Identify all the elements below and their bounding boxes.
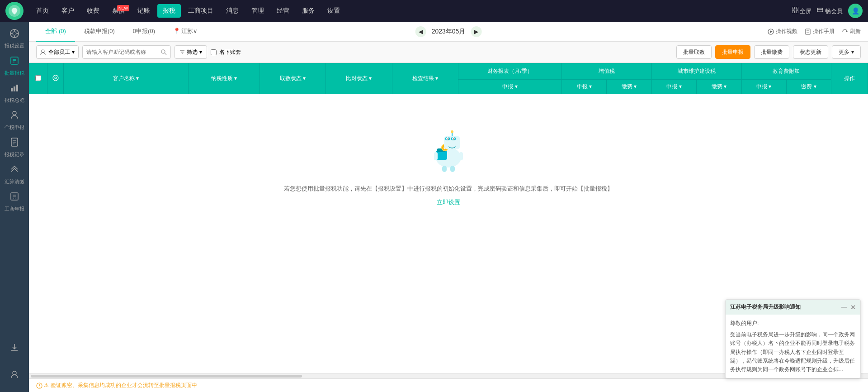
- left-sidebar: 报税设置 批量报税 报税总览: [0, 22, 29, 392]
- sidebar-item-download[interactable]: [0, 334, 29, 361]
- svg-rect-62: [450, 166, 455, 172]
- nav-manage[interactable]: 管理: [246, 4, 269, 18]
- sidebar-item-tax-summary[interactable]: 报税总览: [0, 80, 29, 107]
- nav-accounting[interactable]: 记账: [132, 4, 156, 18]
- th-settings[interactable]: [47, 63, 64, 94]
- empty-state: ¥: [29, 94, 868, 234]
- sidebar-item-annual-report[interactable]: 工商年报: [0, 188, 29, 215]
- account-checkbox[interactable]: [211, 49, 217, 55]
- svg-rect-2: [796, 7, 798, 9]
- sidebar-item-settlement[interactable]: 汇算清缴: [0, 161, 29, 188]
- batch-declare-btn[interactable]: 批量申报: [715, 45, 750, 59]
- annual-report-icon: [9, 191, 19, 204]
- th-checkbox[interactable]: [29, 63, 47, 94]
- svg-rect-19: [16, 85, 18, 91]
- svg-rect-33: [806, 29, 810, 34]
- nav-settings[interactable]: 设置: [322, 4, 345, 18]
- th-vat-pay[interactable]: 缴费 ▾: [607, 80, 651, 94]
- bottom-message: ⚠ 验证账密、采集信息均成功的企业才会流转至批量报税页面中: [44, 382, 197, 389]
- nav-billing[interactable]: 收费: [81, 4, 105, 18]
- nav-customer[interactable]: 客户: [56, 4, 80, 18]
- svg-rect-61: [442, 166, 447, 172]
- th-finance-declare[interactable]: 申报 ▾: [458, 80, 562, 94]
- setup-link[interactable]: 立即设置: [437, 198, 460, 206]
- refresh-btn[interactable]: 刷新: [842, 28, 861, 35]
- notification-text: 受当前电子税务局进一步升级的影响，同一个政务网账号（办税人）名下的企业不能再同时…: [730, 330, 856, 374]
- filter-button[interactable]: 筛选 ▾: [175, 45, 207, 59]
- more-btn[interactable]: 更多 ▾: [832, 45, 861, 59]
- svg-rect-4: [796, 11, 798, 13]
- svg-point-8: [13, 32, 16, 35]
- tax-settings-icon: [9, 29, 19, 41]
- account-checkbox-label[interactable]: 名下账套: [211, 48, 241, 56]
- sidebar-label-tax-record: 报税记录: [5, 151, 24, 158]
- toolbar: 全部员工 ▾ 筛选 ▾ 名下账套 批量取数 批量申报 批量缴费 状态更新 更多 …: [29, 42, 868, 63]
- nav-service[interactable]: 服务: [297, 4, 320, 18]
- sidebar-label-tax-settings: 报税设置: [5, 43, 24, 49]
- sidebar-item-batch-tax[interactable]: 批量报税: [0, 53, 29, 80]
- next-month-btn[interactable]: ▶: [471, 26, 481, 37]
- tabs-bar: 全部(0) 税款申报(0) 0申报(0) 📍江苏 ∨ ◀ 2023年05月 ▶ …: [29, 22, 868, 42]
- vip-btn[interactable]: 畅会员: [817, 7, 843, 15]
- tab-region[interactable]: 📍江苏 ∨: [164, 22, 207, 42]
- search-icon[interactable]: [160, 49, 167, 55]
- nav-tax[interactable]: 报税: [157, 4, 181, 18]
- nav-bizproject[interactable]: 工商项目: [183, 4, 219, 18]
- th-check-result[interactable]: 检查结果 ▾: [392, 63, 458, 94]
- svg-point-43: [55, 77, 57, 79]
- sidebar-item-personal-tax[interactable]: 个税申报: [0, 107, 29, 134]
- operation-manual-btn[interactable]: 操作手册: [805, 28, 835, 35]
- fullscreen-btn[interactable]: 全屏: [792, 7, 812, 15]
- svg-point-55: [448, 139, 449, 140]
- tab-all[interactable]: 全部(0): [36, 22, 75, 42]
- nav-home[interactable]: 首页: [31, 4, 54, 18]
- logo[interactable]: [5, 2, 24, 20]
- th-name[interactable]: 客户名称 ▾: [64, 63, 189, 94]
- profile-icon: [10, 370, 19, 380]
- batch-pay-btn[interactable]: 批量缴费: [754, 45, 789, 59]
- tab-zero-declare[interactable]: 0申报(0): [124, 22, 164, 42]
- sidebar-item-tax-record[interactable]: 报税记录: [0, 134, 29, 161]
- th-city-declare[interactable]: 申报 ▾: [651, 80, 697, 94]
- th-compare-status[interactable]: 比对状态 ▾: [326, 63, 392, 94]
- svg-rect-59: [434, 152, 438, 160]
- th-edu-declare[interactable]: 申报 ▾: [741, 80, 786, 94]
- employee-select[interactable]: 全部员工 ▾: [36, 45, 79, 59]
- svg-point-65: [39, 387, 40, 387]
- svg-rect-26: [11, 193, 18, 200]
- sidebar-item-tax-settings[interactable]: 报税设置: [0, 25, 29, 53]
- nav-items: 首页 客户 收费 票据 NEW 记账 报税 工商项目 消息 管理 经营 服务 设…: [31, 4, 792, 18]
- scroll-thumb[interactable]: [31, 375, 302, 378]
- notification-body: 尊敬的用户: 受当前电子税务局进一步升级的影响，同一个政务网账号（办税人）名下的…: [726, 315, 860, 378]
- bottom-bar: ⚠ 验证账密、采集信息均成功的企业才会流转至批量报税页面中: [29, 378, 868, 392]
- notification-panel: 江苏电子税务局升级影响通知 — ✕ 尊敬的用户: 受当前电子税务局进一步升级的影…: [725, 299, 861, 378]
- svg-rect-17: [11, 88, 13, 91]
- nav-message[interactable]: 消息: [221, 4, 244, 18]
- select-all-checkbox[interactable]: [35, 75, 41, 81]
- status-update-btn[interactable]: 状态更新: [793, 45, 828, 59]
- svg-rect-60: [459, 152, 463, 160]
- nav-invoice[interactable]: 票据 NEW: [107, 4, 130, 18]
- th-city-pay[interactable]: 缴费 ▾: [697, 80, 742, 94]
- operation-video-btn[interactable]: 操作视频: [768, 28, 797, 35]
- th-city-build: 城市维护建设税: [651, 63, 741, 80]
- svg-point-37: [161, 50, 165, 53]
- th-edu-pay[interactable]: 缴费 ▾: [786, 80, 831, 94]
- prev-month-btn[interactable]: ◀: [415, 26, 426, 37]
- notification-minimize[interactable]: —: [841, 304, 847, 311]
- personal-tax-icon: [9, 110, 19, 122]
- th-tax-type[interactable]: 纳税性质 ▾: [188, 63, 259, 94]
- search-input[interactable]: [86, 49, 159, 55]
- notification-close[interactable]: ✕: [850, 304, 856, 311]
- sidebar-item-profile[interactable]: [0, 361, 29, 388]
- th-fetch-status[interactable]: 取数状态 ▾: [259, 63, 326, 94]
- nav-operation[interactable]: 经营: [271, 4, 295, 18]
- svg-point-58: [451, 130, 453, 133]
- svg-rect-5: [817, 8, 823, 12]
- tab-tax-declare[interactable]: 税款申报(0): [75, 22, 124, 42]
- user-avatar[interactable]: 👤: [848, 4, 863, 18]
- notification-header: 江苏电子税务局升级影响通知 — ✕: [726, 300, 860, 315]
- nav-right: 全屏 畅会员 👤: [792, 4, 863, 18]
- batch-fetch-btn[interactable]: 批量取数: [676, 45, 712, 59]
- th-vat-declare[interactable]: 申报 ▾: [562, 80, 607, 94]
